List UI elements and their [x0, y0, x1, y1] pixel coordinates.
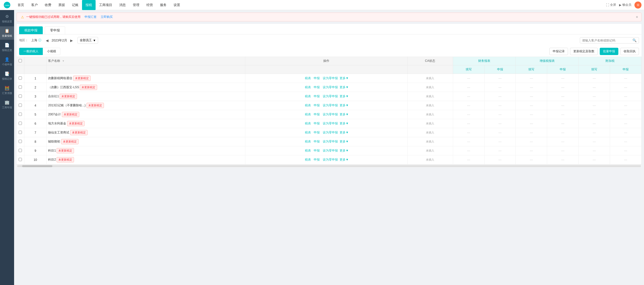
op-tax-form[interactable]: 税表	[305, 94, 311, 98]
row-apply-2: —	[547, 92, 579, 101]
sidebar-item-tax-overview[interactable]: 📄 报税总览	[0, 41, 14, 54]
op-more[interactable]: 更多▼	[340, 113, 349, 116]
op-declare[interactable]: 申报	[314, 113, 320, 116]
collect-receipt-btn[interactable]: 收取回执	[620, 48, 639, 55]
op-set-zero[interactable]: 设为零申报	[323, 131, 338, 134]
nav-bookkeeping[interactable]: 记账	[68, 0, 82, 10]
row-operations: 税表 申报 设为零申报 更多▼	[245, 128, 407, 137]
op-set-zero[interactable]: 设为零申报	[323, 158, 338, 161]
op-declare[interactable]: 申报	[314, 122, 320, 125]
avatar[interactable]: 会	[634, 2, 641, 9]
nav-billing[interactable]: 收费	[41, 0, 55, 10]
op-tax-form[interactable]: 税表	[305, 113, 311, 116]
op-declare[interactable]: 申报	[314, 76, 320, 80]
op-tax-form[interactable]: 税表	[305, 104, 311, 107]
op-more[interactable]: 更多▼	[340, 149, 349, 152]
op-declare[interactable]: 申报	[314, 131, 320, 134]
nav-message[interactable]: 消息	[116, 0, 129, 10]
row-ca-status: 未插入	[407, 128, 453, 137]
op-set-zero[interactable]: 设为零申报	[323, 85, 338, 89]
banner-link-buy[interactable]: 立即购买	[101, 15, 113, 19]
close-icon[interactable]: ✕	[636, 15, 638, 19]
tab-zero-declare[interactable]: 零申报	[45, 26, 65, 34]
op-declare[interactable]: 申报	[314, 140, 320, 143]
staff-select[interactable]: 全部员工 ▼	[77, 37, 98, 44]
op-tax-form[interactable]: 税表	[305, 140, 311, 143]
sidebar-item-settlement[interactable]: 🧮 汇算清缴	[0, 84, 14, 97]
nav-manage[interactable]: 管理	[129, 0, 143, 10]
update-tax-btn[interactable]: 更新税定及取数	[570, 48, 598, 55]
row-checkbox-cell	[17, 92, 24, 101]
row-checkbox[interactable]	[19, 94, 22, 98]
op-set-zero[interactable]: 设为零申报	[323, 149, 338, 152]
nav-tax[interactable]: 报税	[82, 0, 96, 10]
op-tax-form[interactable]: 税表	[305, 131, 311, 134]
op-set-zero[interactable]: 设为零申报	[323, 76, 338, 80]
op-more[interactable]: 更多▼	[340, 158, 349, 161]
taxpayer-tab-general[interactable]: 一般的税人	[19, 48, 43, 55]
op-tax-form[interactable]: 税表	[305, 85, 311, 89]
search-input[interactable]	[580, 38, 630, 43]
search-button[interactable]: 🔍	[630, 37, 639, 43]
op-declare[interactable]: 申报	[314, 104, 320, 107]
sidebar-item-tax-record[interactable]: 📑 报税记录	[0, 69, 14, 83]
declare-record-btn[interactable]: 申报记录	[549, 48, 568, 55]
row-checkbox[interactable]	[19, 149, 22, 152]
nav-service[interactable]: 服务	[156, 0, 170, 10]
op-more[interactable]: 更多▼	[340, 94, 349, 98]
op-set-zero[interactable]: 设为零申报	[323, 140, 338, 143]
fullscreen-btn[interactable]: ⛶ 全屏	[606, 3, 616, 7]
nav-business[interactable]: 工商项目	[96, 0, 116, 10]
row-checkbox[interactable]	[19, 76, 22, 80]
sidebar-item-tax-settings[interactable]: ⚙ 报税设置	[0, 12, 14, 25]
banner-link-declare[interactable]: 申报汇签	[85, 15, 97, 19]
op-tax-form[interactable]: 税表	[305, 122, 311, 125]
op-set-zero[interactable]: 设为零申报	[323, 104, 338, 107]
op-set-zero[interactable]: 设为零申报	[323, 122, 338, 125]
row-checkbox[interactable]	[19, 113, 22, 116]
op-more[interactable]: 更多▼	[340, 85, 349, 89]
op-tax-form[interactable]: 税表	[305, 149, 311, 152]
op-tax-form[interactable]: 税表	[305, 158, 311, 161]
nav-settings[interactable]: 设置	[170, 0, 184, 10]
nav-invoice[interactable]: 票据	[55, 0, 68, 10]
op-more[interactable]: 更多▼	[340, 122, 349, 125]
row-checkbox[interactable]	[19, 104, 22, 107]
row-checkbox-cell	[17, 146, 24, 155]
region-info-icon[interactable]: ⓘ	[38, 38, 41, 42]
nav-home[interactable]: 首页	[14, 0, 28, 10]
op-declare[interactable]: 申报	[314, 149, 320, 152]
nav-client[interactable]: 客户	[28, 0, 41, 10]
op-set-zero[interactable]: 设为零申报	[323, 94, 338, 98]
op-more[interactable]: 更多▼	[340, 131, 349, 134]
row-checkbox[interactable]	[19, 122, 22, 125]
sidebar-item-batch-tax[interactable]: 📋 批量报税	[0, 26, 14, 40]
scroll-thumb[interactable]	[22, 165, 52, 167]
select-all-checkbox[interactable]	[19, 59, 22, 62]
right-actions: ⛶ 全屏 ▶ 畅会员 会	[606, 2, 641, 9]
op-more[interactable]: 更多▼	[340, 76, 349, 80]
th-group-tax: 增值税报表	[516, 57, 579, 65]
next-date-btn[interactable]: ▶	[69, 38, 74, 43]
op-declare[interactable]: 申报	[314, 158, 320, 161]
nav-operation[interactable]: 经营	[143, 0, 156, 10]
member-btn[interactable]: ▶ 畅会员	[619, 3, 631, 7]
prev-date-btn[interactable]: ◀	[44, 38, 50, 43]
op-set-zero[interactable]: 设为零申报	[323, 113, 338, 116]
row-checkbox[interactable]	[19, 140, 22, 143]
tab-tax-declare[interactable]: 税款申报	[19, 26, 43, 34]
op-declare[interactable]: 申报	[314, 85, 320, 89]
row-checkbox[interactable]	[19, 158, 22, 161]
op-tax-form[interactable]: 税表	[305, 76, 311, 80]
op-more[interactable]: 更多▼	[340, 104, 349, 107]
scroll-track[interactable]	[17, 165, 641, 167]
op-declare[interactable]: 申报	[314, 94, 320, 98]
sidebar-item-annual-report[interactable]: 🏢 工商年报	[0, 98, 14, 111]
row-checkbox[interactable]	[19, 131, 22, 134]
sidebar-item-personal-tax[interactable]: 👤 个税申报	[0, 55, 14, 68]
op-more[interactable]: 更多▼	[340, 140, 349, 143]
taxpayer-tab-small[interactable]: 小规模	[43, 48, 60, 55]
scroll-bar-area[interactable]	[17, 164, 641, 167]
row-checkbox[interactable]	[19, 85, 22, 89]
batch-declare-btn[interactable]: 批量申报	[600, 48, 618, 55]
